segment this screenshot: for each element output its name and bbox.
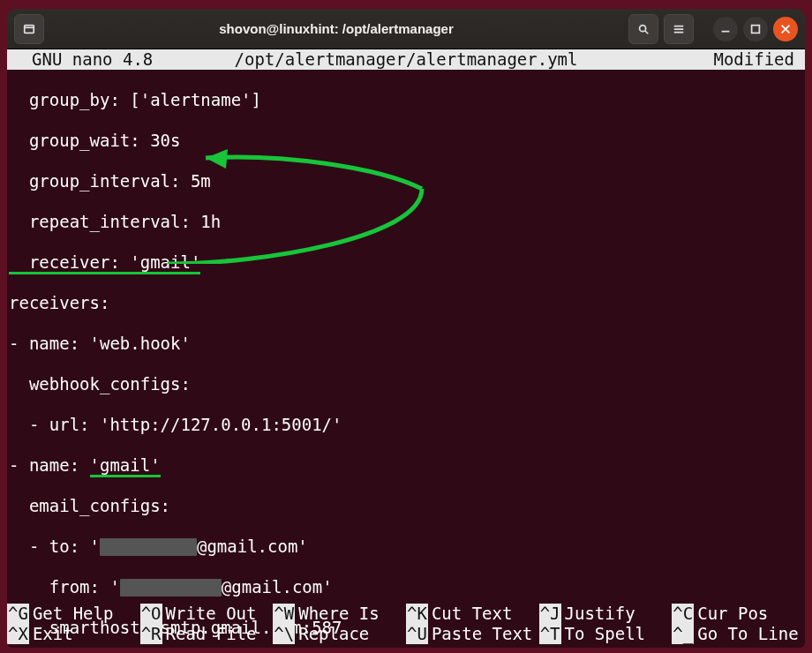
menu-button[interactable] — [664, 14, 694, 44]
file-line: - to: '@gmail.com' — [7, 537, 805, 557]
maximize-button[interactable] — [743, 17, 768, 41]
shortcut-replace: ^\Replace — [273, 624, 406, 644]
minimize-button[interactable] — [713, 17, 738, 41]
new-tab-button[interactable] — [14, 14, 44, 44]
minimize-icon — [719, 23, 732, 35]
shortcut-exit: ^XExit — [7, 624, 140, 644]
file-line: - name: 'gmail' — [7, 455, 805, 476]
shortcut-where-is: ^WWhere Is — [273, 604, 406, 624]
shortcut-write-out: ^OWrite Out — [140, 604, 274, 624]
terminal-tab-icon — [23, 23, 35, 35]
terminal[interactable]: /opt/alertmanager/alertmanager.yml GNU n… — [7, 49, 805, 648]
nano-version: GNU nano 4.8 — [12, 49, 153, 70]
shortcut-cut-text: ^KCut Text — [406, 604, 539, 624]
search-icon — [637, 23, 650, 35]
file-line: receivers: — [7, 293, 805, 313]
shortcut-read-file: ^RRead File — [140, 624, 274, 644]
nano-statusbar: /opt/alertmanager/alertmanager.yml GNU n… — [7, 49, 805, 70]
redacted-text — [100, 538, 197, 556]
nano-modified: Modified — [713, 49, 800, 70]
window-title: shovon@linuxhint: /opt/alertmanager — [44, 21, 628, 36]
shortcut-to-spell: ^TTo Spell — [539, 624, 673, 644]
file-line: group_wait: 30s — [7, 131, 805, 151]
svg-point-1 — [640, 25, 646, 31]
close-icon — [779, 23, 792, 35]
search-button[interactable] — [628, 14, 658, 44]
file-line: group_by: ['alertname'] — [7, 90, 805, 110]
nano-shortcut-bar: ^GGet Help ^OWrite Out ^WWhere Is ^KCut … — [7, 604, 805, 644]
file-line: webhook_configs: — [7, 374, 805, 394]
file-line: group_interval: 5m — [7, 171, 805, 191]
file-line: - name: 'web.hook' — [7, 334, 805, 354]
shortcut-cur-pos: ^CCur Pos — [672, 604, 805, 624]
file-line: repeat_interval: 1h — [7, 212, 805, 232]
redacted-text — [120, 579, 222, 597]
file-line: - url: 'http://127.0.0.1:5001/' — [7, 415, 805, 435]
file-line: receiver: 'gmail' — [7, 252, 805, 273]
svg-rect-0 — [25, 25, 34, 33]
file-line: email_configs: — [7, 496, 805, 516]
shortcut-paste-text: ^UPaste Text — [406, 624, 539, 644]
editor-content[interactable]: group_by: ['alertname'] group_wait: 30s … — [7, 70, 805, 648]
shortcut-justify: ^JJustify — [539, 604, 673, 624]
file-line: from: '@gmail.com' — [7, 577, 805, 597]
svg-rect-2 — [752, 25, 760, 33]
close-button[interactable] — [773, 17, 798, 41]
shortcut-get-help: ^GGet Help — [7, 604, 140, 624]
shortcut-go-to-line: ^_Go To Line — [672, 624, 805, 644]
hamburger-icon — [673, 23, 685, 35]
window-titlebar: shovon@linuxhint: /opt/alertmanager — [7, 9, 805, 49]
maximize-icon — [749, 23, 762, 35]
